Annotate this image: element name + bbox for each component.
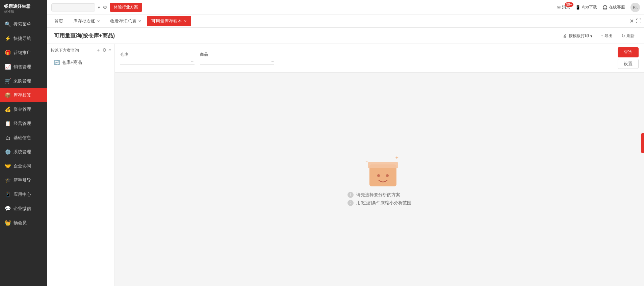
message-badge: 99+ (565, 2, 573, 7)
tip-text-2: 用[过滤]条件来缩小分析范围 (356, 200, 411, 206)
tabs-bar: 首页 库存批次账 ✕ 收发存汇总表 ✕ 可用量库存账本 ✕ ✕ ⛶ (47, 15, 644, 28)
app-icon: 📱 (575, 5, 581, 10)
settings-filter-icon[interactable]: ⚙ (102, 47, 107, 53)
sidebar-item-collab[interactable]: 🤝 企业协同 (0, 159, 47, 173)
app-download-label: App下载 (582, 4, 597, 10)
svg-text:✦: ✦ (365, 160, 368, 163)
tab-home-label: 首页 (54, 18, 63, 24)
svg-text:✦: ✦ (395, 155, 399, 160)
guide-icon: 🎓 (5, 177, 11, 183)
sidebar-item-label: 新手引导 (14, 177, 31, 183)
sidebar-item-marketing[interactable]: 🎁 营销推广 (0, 46, 47, 60)
warehouse-more-icon[interactable]: ··· (191, 58, 195, 63)
tab-recv-summary[interactable]: 收发存汇总表 ✕ (106, 16, 146, 26)
print-dropdown-icon[interactable]: ▾ (590, 34, 592, 38)
online-service-btn[interactable]: 🎧 在线客服 (602, 4, 625, 10)
print-label: 按模板打印 (569, 33, 589, 39)
filter-panel-title: 按以下方案查询 (51, 48, 79, 53)
right-scroll-handle[interactable] (641, 133, 644, 153)
sidebar-item-basic[interactable]: 🗂 基础信息 (0, 131, 47, 145)
goods-input-row: ··· (200, 58, 274, 65)
app-download-btn[interactable]: 📱 App下载 (575, 4, 597, 10)
tip-text-1: 请先选择要分析的方案 (356, 192, 400, 198)
sidebar-item-label: 畅会员 (14, 220, 27, 226)
clipboard-icon: 📋 (5, 121, 11, 127)
empty-tips: 1 请先选择要分析的方案 2 用[过滤]条件来缩小分析范围 (347, 192, 411, 206)
cart-icon: 🛒 (5, 78, 11, 84)
gear-icon: ⚙️ (5, 149, 11, 155)
print-icon: 🖨 (563, 33, 567, 38)
chart-icon: 📈 (5, 64, 11, 70)
user-name: Rit (633, 5, 637, 9)
add-filter-icon[interactable]: ＋ (96, 47, 101, 53)
online-service-label: 在线客服 (609, 4, 625, 10)
sidebar-item-wechat[interactable]: 💬 企业微信 (0, 202, 47, 216)
tab-available-qty[interactable]: 可用量库存账本 ✕ (147, 16, 191, 26)
topbar-search-input[interactable] (51, 3, 95, 11)
expand-icon[interactable]: ⛶ (636, 18, 641, 24)
handshake-icon: 🤝 (5, 163, 11, 169)
sidebar-item-guide[interactable]: 🎓 新手引导 (0, 173, 47, 187)
tab-close-icon[interactable]: ✕ (184, 19, 187, 24)
query-btn[interactable]: 查询 (618, 47, 639, 57)
sidebar-item-label: 系统管理 (14, 149, 31, 155)
empty-tip-2: 2 用[过滤]条件来缩小分析范围 (347, 200, 411, 206)
settings-btn[interactable]: 设置 (618, 59, 639, 69)
export-btn[interactable]: ↑ 导出 (598, 32, 616, 40)
logo-title: 畅康通好生意 (4, 3, 43, 9)
sidebar-item-search[interactable]: 🔍 搜索菜单 (0, 17, 47, 31)
filter-item-warehouse-goods[interactable]: 🔄 仓库+商品 (51, 57, 111, 68)
svg-text:·: · (396, 165, 397, 168)
tab-batch-account[interactable]: 库存批次账 ✕ (69, 16, 104, 26)
sidebar-item-label: 销售管理 (14, 64, 31, 70)
empty-illustration: ✦ ✦ · (363, 153, 396, 186)
sidebar-item-label: 库存核算 (14, 92, 31, 98)
empty-svg: ✦ ✦ · (363, 153, 403, 190)
query-right-buttons: 查询 设置 (618, 47, 639, 69)
sidebar-item-member[interactable]: 👑 畅会员 (0, 216, 47, 230)
svg-point-3 (386, 174, 389, 177)
user-avatar[interactable]: Rit (630, 3, 640, 12)
sidebar-item-inventory[interactable]: 📦 库存核算 (0, 88, 47, 102)
tip-num-2: 2 (347, 200, 354, 206)
svg-rect-1 (368, 162, 398, 168)
topbar-dropdown-icon[interactable]: ▾ (98, 5, 100, 10)
tab-batch-account-label: 库存批次账 (73, 18, 95, 24)
sidebar-item-label: 采购管理 (14, 78, 31, 84)
goods-label: 商品 (200, 52, 274, 57)
goods-more-icon[interactable]: ··· (271, 58, 274, 63)
main-content: 仓库 ··· 商品 ··· 查询 设置 (115, 44, 644, 286)
search-icon: 🔍 (5, 21, 11, 27)
sidebar-logo: 畅康通好生意 标准版 (0, 0, 47, 17)
refresh-btn[interactable]: ↻ 刷新 (619, 32, 637, 40)
close-window-icon[interactable]: ✕ (629, 18, 634, 24)
print-btn[interactable]: 🖨 按模板打印 ▾ (560, 32, 595, 40)
industry-btn[interactable]: 体验行业方案 (110, 3, 142, 12)
main-area: ▾ ⚙ 体验行业方案 ✉ 消息 99+ 📱 App下载 🎧 在线客服 Rit (47, 0, 644, 286)
sidebar-item-system[interactable]: ⚙️ 系统管理 (0, 145, 47, 159)
tab-home[interactable]: 首页 (50, 16, 68, 26)
sidebar-item-finance[interactable]: 💰 资金管理 (0, 102, 47, 116)
sidebar-item-label: 应用中心 (14, 191, 31, 198)
page-actions: 🖨 按模板打印 ▾ ↑ 导出 ↻ 刷新 (560, 32, 638, 40)
sidebar-item-app[interactable]: 📱 应用中心 (0, 187, 47, 202)
filter-panel-actions: ＋ ⚙ « (96, 47, 111, 53)
page-title: 可用量查询(按仓库+商品) (54, 32, 115, 40)
topbar-gear-icon[interactable]: ⚙ (103, 4, 107, 10)
filter-panel-header: 按以下方案查询 ＋ ⚙ « (51, 47, 111, 53)
sidebar-item-label: 快捷导航 (14, 35, 31, 42)
goods-field: 商品 ··· (200, 52, 274, 65)
sidebar-item-shortcut[interactable]: ⚡ 快捷导航 (0, 31, 47, 46)
message-btn[interactable]: ✉ 消息 99+ (557, 4, 570, 10)
sidebar-item-purchase[interactable]: 🛒 采购管理 (0, 74, 47, 88)
money-icon: 💰 (5, 106, 11, 112)
refresh-icon: ↻ (621, 33, 625, 38)
tip-num-1: 1 (347, 192, 354, 198)
tab-recv-summary-label: 收发存汇总表 (110, 18, 136, 24)
tab-close-icon[interactable]: ✕ (138, 19, 141, 24)
sidebar-item-sales[interactable]: 📈 销售管理 (0, 60, 47, 74)
collapse-filter-icon[interactable]: « (108, 47, 111, 53)
tab-close-icon[interactable]: ✕ (97, 19, 100, 24)
sidebar-item-operation[interactable]: 📋 经营管理 (0, 116, 47, 131)
mobile-icon: 📱 (5, 191, 11, 198)
